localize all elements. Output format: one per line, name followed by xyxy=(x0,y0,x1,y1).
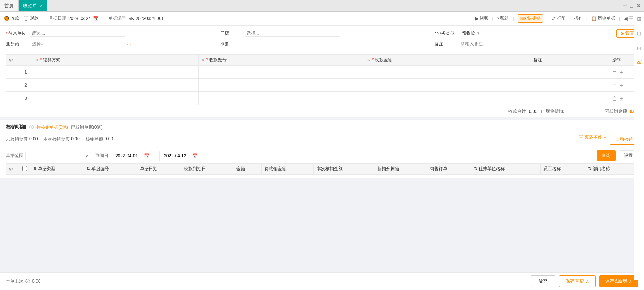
end-calendar-icon[interactable]: 📅 xyxy=(192,153,198,158)
range-filter-field: 单据范围 ∨ xyxy=(6,152,91,160)
receipt-radio-input[interactable] xyxy=(4,16,9,21)
video-icon: ▶ xyxy=(475,16,479,21)
date-range: 📅 — 📅 xyxy=(111,151,200,161)
refund-radio[interactable]: 退款 xyxy=(24,15,39,21)
table-row: 1 🗑 ⊞ xyxy=(6,66,638,79)
operations-button[interactable]: 操作 xyxy=(574,15,583,21)
history-button[interactable]: 📋 历史单据 xyxy=(591,15,615,21)
bill-no-sort-icon: ⇅ xyxy=(86,166,90,171)
date-calendar-icon[interactable]: 📅 xyxy=(93,16,98,21)
counterparty-input[interactable] xyxy=(30,30,125,37)
tab-receipt[interactable]: 收款单 × xyxy=(19,0,47,11)
minimize-button[interactable]: ─ xyxy=(623,3,627,9)
range-select[interactable]: ∨ xyxy=(25,152,91,160)
row1-settlement[interactable] xyxy=(32,66,199,79)
bottom-table-settings-icon[interactable]: ⚙ xyxy=(9,166,13,172)
account-sort-icon: ⇅ xyxy=(201,58,204,62)
due-date-end-input[interactable] xyxy=(162,152,191,160)
row2-settlement[interactable] xyxy=(32,79,199,92)
sidebar-table-icon[interactable]: ⊞ xyxy=(636,15,643,23)
shop-input[interactable] xyxy=(245,30,340,37)
writeoff-stats: 未核销金额 0.00 本次核销金额 0.00 核销差额 0.00 ▽ 更多条件 … xyxy=(6,134,638,145)
receipt-radio[interactable]: 收款 xyxy=(4,15,19,21)
due-date-start-input[interactable] xyxy=(113,152,142,160)
row3-action-cell: 🗑 ⊞ xyxy=(612,95,635,101)
main-scroll-area: * 往来单位 ··· 门店 ··· * 业务类型 预收款 ▼ xyxy=(0,26,644,272)
counterparty-label: 往来单位 xyxy=(8,30,30,36)
pending-writeoff-label: 待核销单据(0笔) xyxy=(36,124,68,130)
video-button[interactable]: ▶ 视频 xyxy=(475,15,488,21)
row1-remark[interactable] xyxy=(530,66,609,79)
tab-home[interactable]: 首页 xyxy=(0,0,19,11)
main-table-container: ⚙ ⇅ * 结算方式 ⇅ * 收款账号 ⇅ * xyxy=(0,54,644,105)
start-calendar-icon[interactable]: 📅 xyxy=(144,153,149,158)
help-button[interactable]: ? 帮助 xyxy=(497,15,509,21)
quickkey-button[interactable]: ⌨ 快捷键 xyxy=(518,14,543,23)
col-settings: ⚙ xyxy=(6,55,19,66)
maximize-button[interactable]: □ xyxy=(630,3,633,9)
plus-label: + xyxy=(540,109,543,114)
staff-input[interactable] xyxy=(31,40,125,47)
row3-copy-icon[interactable]: ⊞ xyxy=(619,95,624,101)
current-writeoff-stat: 本次核销金额 0.00 xyxy=(43,136,79,142)
more-conditions-button[interactable]: ▽ 更多条件 ∧ xyxy=(579,134,607,145)
row3-account[interactable] xyxy=(198,92,364,105)
refund-radio-input[interactable] xyxy=(24,16,28,21)
history-icon: 📋 xyxy=(591,16,597,21)
row3-settings xyxy=(6,92,19,105)
pending-writeoff-tab[interactable]: 待核销单据(0笔) xyxy=(36,124,68,130)
business-type-select[interactable]: 预收款 ▼ xyxy=(462,30,480,36)
separator-6: | xyxy=(619,16,620,21)
summary-input[interactable] xyxy=(245,40,347,47)
row2-copy-icon[interactable]: ⊞ xyxy=(619,82,624,88)
counterparty-required: * xyxy=(6,31,8,36)
sidebar-link-icon[interactable]: ⊟ xyxy=(636,44,643,52)
counterparty-sort-icon: ⇅ xyxy=(474,166,478,171)
close-window-button[interactable]: ✕ xyxy=(636,2,641,9)
sidebar-ai-icon[interactable]: Ai xyxy=(635,58,643,67)
row3-remark[interactable] xyxy=(530,92,609,105)
sidebar-print-icon[interactable]: ⊟ xyxy=(636,29,643,38)
writeoff-header: 核销明细 ⓘ 待核销单据(0笔) 已核销单据(0笔) xyxy=(6,124,638,130)
filter-row: 单据范围 ∨ 到期日 📅 — 📅 xyxy=(6,148,638,163)
row2-account[interactable] xyxy=(198,79,364,92)
table-settings-icon[interactable]: ⚙ xyxy=(9,58,13,63)
query-button[interactable]: 查询 xyxy=(597,150,616,161)
shop-more-button[interactable]: ··· xyxy=(341,31,346,36)
row3-delete-icon[interactable]: 🗑 xyxy=(612,95,617,101)
counterparty-more-button[interactable]: ··· xyxy=(126,31,131,36)
row1-account[interactable] xyxy=(198,66,364,79)
discount-input[interactable] xyxy=(568,109,597,114)
completed-writeoff-tab[interactable]: 已核销单据(0笔) xyxy=(71,124,103,130)
select-all-checkbox[interactable] xyxy=(22,166,27,171)
row3-amount[interactable] xyxy=(364,92,530,105)
row2-amount[interactable] xyxy=(364,79,530,92)
writeoff-info-icon[interactable]: ⓘ xyxy=(29,124,34,130)
prev-icon[interactable]: ◀ xyxy=(624,16,628,21)
writeoff-amount-label: 可核销金额 xyxy=(605,108,627,114)
right-sidebar: ⊞ ⊟ ⊟ Ai xyxy=(634,12,644,272)
col-amount: ⇅ * 收款金额 xyxy=(364,55,530,66)
remark-input[interactable] xyxy=(459,40,561,47)
row2-remark[interactable] xyxy=(530,79,609,92)
row1-copy-icon[interactable]: ⊞ xyxy=(619,69,624,75)
form-row-2: 业务员 ··· 摘要 备注 xyxy=(6,40,638,47)
separator-4: | xyxy=(569,16,570,21)
business-type-field: * 业务类型 预收款 ▼ ⚙ 设置 xyxy=(435,29,638,38)
table-row: 2 🗑 ⊞ xyxy=(6,79,638,92)
view-list-icon[interactable]: ☰ xyxy=(629,16,634,21)
row1-amount[interactable] xyxy=(364,66,530,79)
row3-settlement[interactable] xyxy=(32,92,199,105)
staff-more-button[interactable]: ··· xyxy=(127,41,131,47)
tab-receipt-close[interactable]: × xyxy=(40,4,42,8)
print-button[interactable]: 🖨 打印 xyxy=(551,15,566,21)
btcol-amount: 金额 xyxy=(233,164,261,175)
amount-required: * xyxy=(372,57,374,62)
receipt-type-group: 收款 退款 xyxy=(4,15,39,21)
row2-delete-icon[interactable]: 🗑 xyxy=(612,82,617,88)
total-label: 收款合计 xyxy=(508,108,526,114)
due-date-end-field: 📅 xyxy=(159,151,200,161)
row1-delete-icon[interactable]: 🗑 xyxy=(612,69,617,75)
date-range-separator: — xyxy=(153,153,158,158)
row3-num: 3 xyxy=(19,92,32,105)
